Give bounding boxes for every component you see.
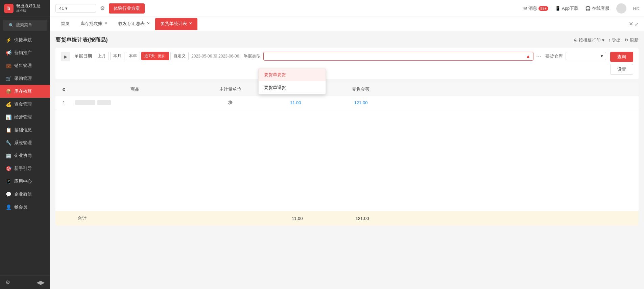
main-content: 41 ▾ ⚙ 体验行业方案 ✉ 消息 99+ 📱 App下载 🎧 在线客服 Ri… bbox=[50, 0, 644, 289]
close-order-stats-tab[interactable]: ✕ bbox=[189, 21, 192, 26]
export-icon: ↑ bbox=[609, 38, 611, 43]
dropdown-item-order-return[interactable]: 要货单退货 bbox=[259, 81, 326, 94]
window-close-icon[interactable]: ✕ bbox=[629, 21, 633, 27]
operations-icon: 📊 bbox=[5, 114, 11, 120]
close-batch-account-tab[interactable]: ✕ bbox=[104, 21, 108, 26]
sidebar-item-system[interactable]: 🔧 系统管理 bbox=[0, 136, 50, 149]
page-title: 要货单统计表(按商品) bbox=[55, 37, 108, 44]
sidebar-item-guide[interactable]: 🎯 新手引导 bbox=[0, 162, 50, 175]
tf-label: 合计 bbox=[72, 215, 200, 221]
topbar-right: ✉ 消息 99+ 📱 App下载 🎧 在线客服 Rit bbox=[523, 3, 639, 14]
table-footer: 合计 11.00 121.00 bbox=[55, 211, 639, 225]
tab-home[interactable]: 首页 bbox=[55, 18, 75, 30]
system-icon: 🔧 bbox=[5, 140, 11, 146]
order-type-dropdown: 要货单要货 要货单退货 bbox=[258, 68, 326, 94]
this-year-btn[interactable]: 本年 bbox=[126, 52, 140, 60]
tabbar: 首页 库存批次账 ✕ 收发存汇总表 ✕ 要货单统计表 ✕ ✕ ⤢ bbox=[50, 17, 644, 31]
close-receivable-tab[interactable]: ✕ bbox=[147, 21, 150, 26]
action-buttons: 查询 设置 bbox=[610, 52, 633, 75]
sidebar-item-finance[interactable]: 💰 资金管理 bbox=[0, 98, 50, 111]
order-type-input-wrapper[interactable]: ▲ bbox=[263, 52, 533, 61]
order-type-chevron-icon[interactable]: ▲ bbox=[526, 53, 530, 59]
th-unit: 主计量单位 bbox=[197, 86, 263, 92]
page-content: 要货单统计表(按商品) 🖨 按模板打印 ▾ ↑ 导出 ↻ 刷新 ▶ bbox=[50, 31, 644, 289]
online-service-btn[interactable]: 🎧 在线客服 bbox=[585, 5, 610, 12]
custom-btn[interactable]: 自定义 bbox=[170, 52, 189, 60]
sidebar-item-marketing[interactable]: 📢 营销推广 bbox=[0, 46, 50, 59]
topbar: 41 ▾ ⚙ 体验行业方案 ✉ 消息 99+ 📱 App下载 🎧 在线客服 Ri… bbox=[50, 0, 644, 17]
sales-icon: 💼 bbox=[5, 63, 11, 69]
warehouse-select[interactable]: ▾ bbox=[566, 52, 606, 60]
recent7-btn[interactable]: 近7天 更多 bbox=[141, 52, 169, 60]
headset-icon: 🎧 bbox=[585, 6, 591, 11]
wechat-icon: 💬 bbox=[5, 191, 11, 197]
tab-receivable-summary[interactable]: 收发存汇总表 ✕ bbox=[113, 18, 155, 30]
enterprise-icon: 🏢 bbox=[5, 153, 11, 159]
window-maximize-icon[interactable]: ⤢ bbox=[635, 21, 639, 27]
sidebar-item-appstore[interactable]: 📱 应用中心 bbox=[0, 175, 50, 188]
inventory-icon: 📦 bbox=[5, 88, 11, 94]
filter-more-icon[interactable]: ··· bbox=[536, 53, 541, 60]
date-filter-group: 单据日期 上月 本月 本年 近7天 更多 自定义 2023-05-06 至 20… bbox=[74, 52, 239, 60]
refresh-icon: ↻ bbox=[625, 38, 628, 43]
sidebar: b 畅捷通好生意 标准版 🔍 搜索菜单 ⚡ 快捷导航 📢 营销推广 💼 销售管理… bbox=[0, 0, 50, 289]
print-btn[interactable]: 🖨 按模板打印 ▾ bbox=[573, 37, 604, 43]
tab-batch-account[interactable]: 库存批次账 ✕ bbox=[75, 18, 113, 30]
dropdown-arrow-icon: ▾ bbox=[65, 6, 68, 11]
table-header: ⚙ 商品 主计量单位 主数量 零售金额 bbox=[55, 83, 639, 96]
date-buttons: 上月 本月 本年 近7天 更多 自定义 bbox=[95, 52, 189, 60]
message-icon: ✉ bbox=[523, 6, 527, 11]
sidebar-item-quick-nav[interactable]: ⚡ 快捷导航 bbox=[0, 34, 50, 46]
search-icon: 🔍 bbox=[9, 23, 14, 28]
this-month-btn[interactable]: 本月 bbox=[110, 52, 124, 60]
sidebar-item-member[interactable]: 👤 畅会员 bbox=[0, 201, 50, 214]
user-avatar[interactable] bbox=[616, 3, 626, 14]
purchase-icon: 🛒 bbox=[5, 75, 11, 82]
data-table: ⚙ 商品 主计量单位 主数量 零售金额 1 块 11.00 121.00 bbox=[55, 83, 639, 225]
page-header: 要货单统计表(按商品) 🖨 按模板打印 ▾ ↑ 导出 ↻ 刷新 bbox=[55, 37, 639, 44]
table-row: 1 块 11.00 121.00 bbox=[55, 96, 639, 109]
sidebar-item-inventory[interactable]: 📦 库存核算 bbox=[0, 85, 50, 98]
collapse-sidebar-btn[interactable]: ◀▶ bbox=[37, 279, 45, 286]
app-download-btn[interactable]: 📱 App下载 bbox=[555, 5, 578, 12]
sidebar-item-operations[interactable]: 📊 经营管理 bbox=[0, 111, 50, 124]
sidebar-item-basic[interactable]: 📋 基础信息 bbox=[0, 124, 50, 136]
td-qty[interactable]: 11.00 bbox=[263, 100, 328, 105]
marketing-icon: 📢 bbox=[5, 50, 11, 56]
company-selector[interactable]: 41 ▾ bbox=[55, 4, 96, 13]
order-type-input[interactable] bbox=[266, 54, 526, 59]
trial-btn[interactable]: 体验行业方案 bbox=[109, 3, 145, 14]
sidebar-item-sales[interactable]: 💼 销售管理 bbox=[0, 59, 50, 72]
topbar-left: 41 ▾ ⚙ 体验行业方案 bbox=[55, 3, 145, 14]
sidebar-bottom: ⚙ ◀▶ bbox=[0, 275, 50, 289]
th-settings[interactable]: ⚙ bbox=[55, 87, 72, 92]
settings-bottom-icon[interactable]: ⚙ bbox=[5, 279, 10, 286]
tf-qty: 11.00 bbox=[265, 216, 330, 221]
phone-icon: 📱 bbox=[555, 6, 560, 11]
td-product bbox=[72, 100, 197, 105]
dropdown-item-order-goods[interactable]: 要货单要货 bbox=[259, 68, 326, 81]
th-product: 商品 bbox=[72, 86, 197, 92]
logo-text: 畅捷通好生意 标准版 bbox=[16, 3, 41, 14]
prev-month-btn[interactable]: 上月 bbox=[95, 52, 109, 60]
topbar-settings-icon[interactable]: ⚙ bbox=[100, 5, 105, 12]
query-btn[interactable]: 查询 bbox=[610, 52, 633, 62]
sidebar-search-btn[interactable]: 🔍 搜索菜单 bbox=[3, 20, 47, 31]
tab-order-stats[interactable]: 要货单统计表 ✕ bbox=[155, 18, 197, 30]
sidebar-item-wechat[interactable]: 💬 企业微信 bbox=[0, 188, 50, 201]
sidebar-item-enterprise[interactable]: 🏢 企业协同 bbox=[0, 149, 50, 162]
td-index: 1 bbox=[55, 100, 72, 105]
order-type-group: 单据类型 ▲ ··· bbox=[243, 52, 541, 61]
filter-bar: ▶ 单据日期 上月 本月 本年 近7天 更多 自定义 2023-05-06 至 … bbox=[55, 48, 639, 79]
filter-expand-btn[interactable]: ▶ bbox=[61, 52, 70, 61]
refresh-btn[interactable]: ↻ 刷新 bbox=[625, 37, 639, 43]
basic-icon: 📋 bbox=[5, 127, 11, 133]
member-icon: 👤 bbox=[5, 204, 11, 210]
message-btn[interactable]: ✉ 消息 99+ bbox=[523, 5, 548, 12]
td-amount[interactable]: 121.00 bbox=[328, 100, 393, 105]
export-btn[interactable]: ↑ 导出 bbox=[609, 37, 621, 43]
quick-nav-icon: ⚡ bbox=[5, 37, 11, 43]
sidebar-item-purchase[interactable]: 🛒 采购管理 bbox=[0, 72, 50, 85]
settings-btn[interactable]: 设置 bbox=[610, 64, 633, 75]
th-amount: 零售金额 bbox=[328, 86, 393, 92]
